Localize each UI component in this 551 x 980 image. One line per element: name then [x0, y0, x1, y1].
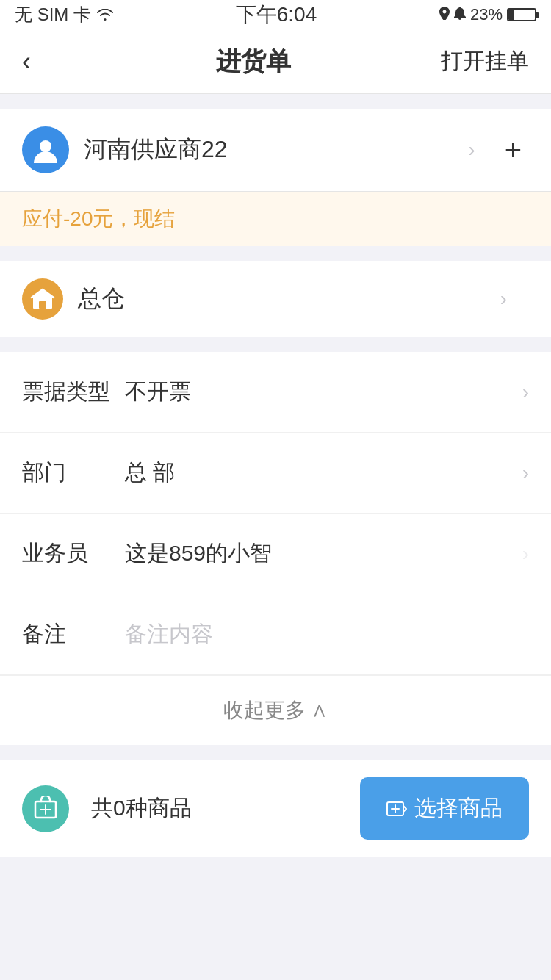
status-right: 23%: [439, 5, 536, 24]
select-product-button[interactable]: 选择商品: [360, 777, 529, 840]
nav-bar: ‹ 进货单 打开挂单: [0, 29, 551, 94]
note-label: 备注: [22, 619, 110, 649]
add-button[interactable]: +: [497, 134, 529, 167]
back-button[interactable]: ‹: [22, 46, 66, 77]
dept-chevron-icon: ›: [522, 461, 529, 485]
dept-value: 总 部: [125, 458, 522, 488]
product-icon: [22, 785, 69, 832]
avatar: [22, 126, 69, 173]
content-background: [0, 857, 551, 980]
warehouse-row[interactable]: 总仓 ›: [0, 246, 551, 337]
collapse-label: 收起更多 ∧: [223, 699, 328, 721]
collapse-row[interactable]: 收起更多 ∧: [0, 675, 551, 745]
sales-value: 这是859的小智: [125, 538, 522, 569]
battery-icon: [507, 8, 536, 21]
dept-label: 部门: [22, 458, 110, 488]
invoice-value: 不开票: [125, 377, 522, 407]
sales-chevron-icon: ›: [522, 542, 529, 566]
invoice-label: 票据类型: [22, 377, 110, 407]
supplier-section: 河南供应商22 › + 应付-20元，现结: [0, 109, 551, 246]
top-divider: [0, 94, 551, 109]
warehouse-section: 总仓 ›: [0, 246, 551, 337]
sales-label: 业务员: [22, 538, 110, 569]
note-placeholder: 备注内容: [125, 619, 529, 649]
product-count: 共0种商品: [91, 793, 338, 824]
supplier-row[interactable]: 河南供应商22 › +: [0, 109, 551, 192]
warehouse-icon: [22, 278, 63, 320]
battery-percentage: 23%: [470, 5, 503, 24]
svg-point-0: [40, 140, 51, 152]
form-section: 票据类型 不开票 › 部门 总 部 › 业务员 这是859的小智 › 备注 备注…: [0, 352, 551, 745]
svg-rect-2: [39, 301, 46, 309]
supplier-chevron-icon: ›: [468, 138, 475, 162]
location-icon: [439, 5, 450, 24]
select-btn-label: 选择商品: [414, 793, 503, 824]
invoice-row[interactable]: 票据类型 不开票 ›: [0, 352, 551, 433]
open-pending-button[interactable]: 打开挂单: [441, 46, 529, 76]
warehouse-name: 总仓: [78, 283, 500, 315]
alert-bar: 应付-20元，现结: [0, 192, 551, 246]
carrier-text: 无 SIM 卡: [15, 3, 91, 26]
status-left: 无 SIM 卡: [15, 3, 113, 26]
supplier-name: 河南供应商22: [84, 134, 468, 166]
note-row[interactable]: 备注 备注内容: [0, 594, 551, 675]
wifi-icon: [97, 4, 113, 25]
status-bar: 无 SIM 卡 下午6:04 23%: [0, 0, 551, 29]
alarm-icon: [454, 5, 466, 24]
dept-row[interactable]: 部门 总 部 ›: [0, 433, 551, 514]
alert-text: 应付-20元，现结: [22, 207, 175, 230]
page-title: 进货单: [216, 45, 291, 79]
bottom-bar: 共0种商品 选择商品: [0, 760, 551, 857]
status-time: 下午6:04: [236, 1, 317, 29]
warehouse-chevron-icon: ›: [500, 287, 507, 311]
invoice-chevron-icon: ›: [522, 381, 529, 404]
sales-row[interactable]: 业务员 这是859的小智 ›: [0, 514, 551, 594]
